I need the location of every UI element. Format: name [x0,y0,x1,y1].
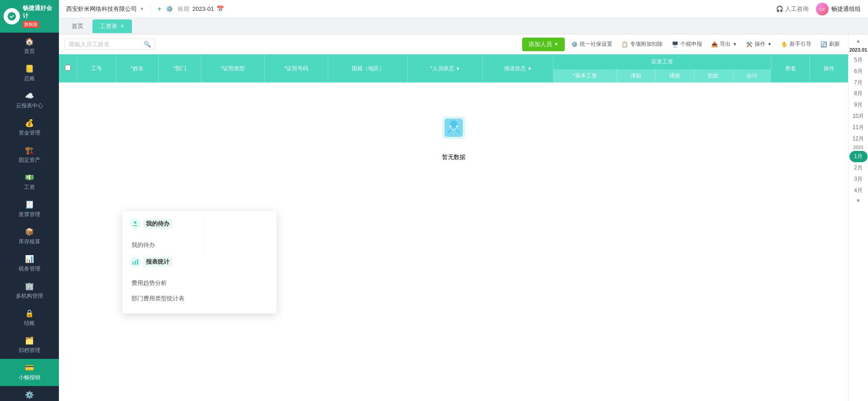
date-nav-up[interactable]: ▲ [851,36,866,45]
date-item-12[interactable]: 12月 [849,133,868,145]
todo-section-label: 我的待办 [143,219,172,229]
sidebar-item-expense[interactable]: 💳 小畅报销 [0,359,59,386]
sidebar-label-fund: 资金管理 [19,129,40,137]
date-item-3[interactable]: 3月 [849,174,868,185]
operations-action[interactable]: ⚒️ 操作 ▼ [743,39,775,50]
content-area: 🔍 添加人员 ▼ ⚙️ 统一社保设置 📋 专项附加扣除 [59,34,848,401]
add-person-button[interactable]: 添加人员 ▼ [522,38,565,51]
sidebar-item-salary[interactable]: 💵 工资 [0,169,59,196]
sidebar-label-fixed: 固定资产 [19,156,40,164]
sidebar-label-ledger: 总账 [24,75,35,82]
tab-salary-table[interactable]: 工资表 ✕ [92,19,132,33]
topbar-right: 🎧 人工咨询 CE [776,3,861,15]
main-content: 西安虾米网络科技有限公司 ▼ + ⚙️ 账期 2023-01 📅 🎧 人工咨询 [59,0,868,401]
dropdown-popup: 我的待办 我的待办 报表统计 费用趋势 [122,211,276,314]
date-item-9[interactable]: 9月 [849,99,868,111]
sidebar-item-inventory[interactable]: 📦 库存核算 [0,223,59,250]
date-item-6[interactable]: 6月 [849,66,868,77]
sidebar-item-archive[interactable]: 🗂️ 归档管理 [0,332,59,359]
refresh-icon: 🔄 [820,41,827,48]
topbar-divider-1 [150,5,151,14]
basic-settings-icon: ⚙️ [25,391,34,399]
sidebar-item-closing[interactable]: 🔒 结账 [0,304,59,332]
date-nav-down[interactable]: ▼ [851,196,866,205]
sidebar-nav: 🏠 首页 📒 总账 ☁️ 云报表中心 💰 资金管理 🏗️ 固定资产 💵 工 [0,33,59,401]
tab-close-icon[interactable]: ✕ [120,23,125,29]
popup-item-todo[interactable]: 我的待办 [130,237,198,253]
period-selector[interactable]: 账期 2023-01 📅 [178,5,224,13]
date-item-2[interactable]: 2月 [849,162,868,174]
popup-section-todo: 我的待办 我的待办 [130,218,198,253]
select-all-checkbox[interactable] [65,65,71,71]
tab-salary-label: 工资表 [100,22,117,30]
new-guide-action[interactable]: ✋ 新手引导 [778,39,814,50]
company-name: 西安虾米网络科技有限公司 [66,5,137,13]
special-deduct-action[interactable]: 📋 专项附加扣除 [619,39,665,50]
th-table-operations: 操作 [810,54,848,82]
add-arrow-icon: ▼ [554,42,558,47]
sidebar-item-fund[interactable]: 💰 资金管理 [0,114,59,141]
tax-report-icon: 🖥️ [672,41,679,48]
date-item-1[interactable]: 1月 [849,151,868,162]
settings-icon[interactable]: ⚙️ [166,5,173,12]
home-icon: 🏠 [25,37,34,46]
new-guide-icon: ✋ [781,41,788,48]
sidebar-item-ledger[interactable]: 📒 总账 [0,60,59,87]
date-item-7[interactable]: 7月 [849,77,868,88]
sidebar-label-home: 首页 [24,48,35,55]
user-info[interactable]: CE 畅捷通组组 [816,3,861,15]
status-filter-icon[interactable]: ▼ [456,66,460,71]
tab-home[interactable]: 首页 [64,19,91,33]
search-wrap: 🔍 [64,39,155,50]
date-item-5[interactable]: 5月 [849,54,868,66]
sidebar-item-tax[interactable]: 📊 税务管理 [0,250,59,277]
support-button[interactable]: 🎧 人工咨询 [776,5,809,13]
topbar: 西安虾米网络科技有限公司 ▼ + ⚙️ 账期 2023-01 📅 🎧 人工咨询 [59,0,868,18]
date-item-8[interactable]: 8月 [849,88,868,99]
logo-icon [4,8,20,24]
refresh-action[interactable]: 🔄 刷新 [818,39,843,50]
svg-point-0 [8,12,16,20]
inventory-icon: 📦 [25,227,34,236]
date-item-11[interactable]: 11月 [849,122,868,133]
social-insurance-action[interactable]: ⚙️ 统一社保设置 [568,39,615,50]
logo-sub: 旗舰版 [23,21,39,28]
calendar-icon: 📅 [217,5,224,12]
sidebar-item-invoice[interactable]: 🧾 发票管理 [0,196,59,223]
company-selector[interactable]: 西安虾米网络科技有限公司 ▼ [66,5,144,13]
empty-icon [436,110,472,146]
search-icon[interactable]: 🔍 [144,41,151,48]
refresh-label: 刷新 [829,40,840,48]
expense-icon: 💳 [25,363,34,372]
report-filter-icon[interactable]: ▼ [527,66,532,71]
th-name: *姓名 [116,54,158,82]
logo[interactable]: 畅捷通好会计 旗舰版 [0,0,59,33]
tax-report-action[interactable]: 🖥️ 个税申报 [669,39,705,50]
svg-text:CE: CE [820,7,825,12]
popup-item-dept-stats[interactable]: 部门费用类型统计表 [130,291,198,306]
search-input[interactable] [68,41,141,48]
date-item-4[interactable]: 4月 [849,185,868,196]
export-action[interactable]: 📤 导出 ▼ [708,39,740,50]
sidebar-item-cloud-report[interactable]: ☁️ 云报表中心 [0,87,59,114]
add-icon[interactable]: + [157,5,161,13]
popup-item-trend[interactable]: 费用趋势分析 [130,275,198,291]
export-icon: 📤 [711,41,718,48]
report-section-label: 报表统计 [143,257,172,267]
sidebar-label-closing: 结账 [24,319,35,327]
th-status: *人员状态 ▼ [408,54,483,82]
th-checkbox[interactable] [59,54,77,82]
sidebar-label-inventory: 库存核算 [19,238,40,246]
salary-table: 工号 *姓名 *部门 *证照类型 *证照号码 国籍（地区） *人员状态 ▼ [59,54,848,188]
special-deduct-icon: 📋 [621,41,628,48]
add-person-label: 添加人员 [529,40,552,48]
sidebar-item-home[interactable]: 🏠 首页 [0,33,59,60]
sidebar-item-multi-org[interactable]: 🏢 多机构管理 [0,277,59,304]
sidebar-item-basic-settings[interactable]: ⚙️ 基础设置 [0,386,59,401]
social-insurance-label: 统一社保设置 [580,40,612,48]
operations-label: 操作 [755,40,766,48]
date-item-10[interactable]: 10月 [849,111,868,122]
invoice-icon: 🧾 [25,200,34,209]
special-deduct-label: 专项附加扣除 [630,40,663,48]
sidebar-item-fixed-assets[interactable]: 🏗️ 固定资产 [0,141,59,169]
